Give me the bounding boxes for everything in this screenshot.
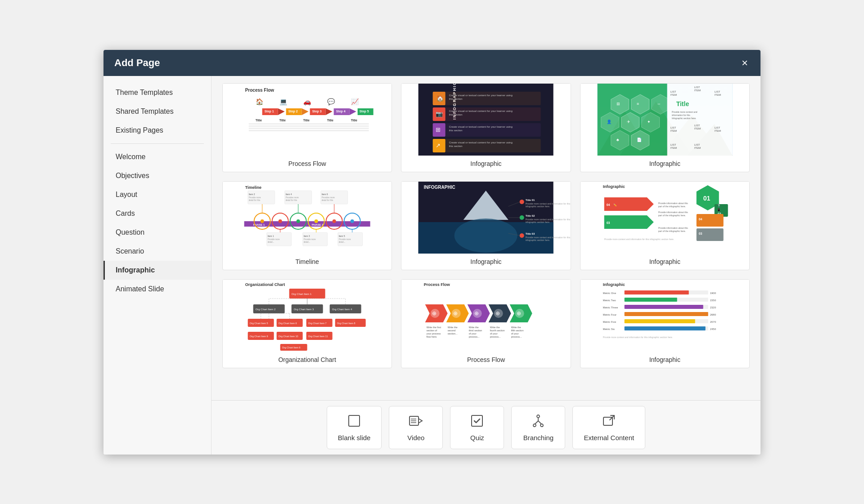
svg-text:of your: of your (511, 332, 519, 335)
template-card-infographic-green-1[interactable]: ⊞ ≡ ↔ 👤 ✈ ✦ ♣ 📄 LIST ITEM (580, 83, 750, 172)
sidebar-item-infographic[interactable]: Infographic (104, 261, 211, 280)
template-card-infographic-iceberg[interactable]: INFOGRAPHIC Title 01 Provide mor (401, 181, 571, 270)
sidebar-item-existing-pages[interactable]: Existing Pages (104, 121, 211, 140)
template-thumb-org-chart: Organizational Chart Org Chart Item 1 Or… (223, 280, 392, 352)
svg-text:Org Chart Item 6: Org Chart Item 6 (282, 346, 301, 349)
svg-rect-35 (297, 125, 321, 127)
blank-slide-button[interactable]: Blank slide (327, 406, 382, 449)
svg-text:detail...: detail... (304, 241, 310, 243)
svg-point-309 (540, 424, 543, 427)
svg-text:🏠: 🏠 (256, 98, 264, 106)
svg-text:Title 03: Title 03 (526, 232, 535, 235)
svg-text:♣: ♣ (616, 138, 619, 142)
template-thumb-infographic-arrows: Infographic 01 🔭 📱 02 (580, 182, 749, 254)
svg-text:Provide information about this: Provide information about this (658, 202, 688, 205)
svg-text:detail for this: detail for this (286, 199, 297, 201)
svg-text:information for this: information for this (671, 114, 690, 116)
modal-title: Add Page (114, 57, 160, 69)
svg-text:Create visual or textual conte: Create visual or textual content for you… (449, 141, 513, 144)
svg-text:infographic section here.: infographic section here. (526, 239, 550, 241)
sidebar-item-question[interactable]: Question (104, 223, 211, 242)
svg-text:part of the infographic here.: part of the infographic here. (658, 205, 685, 208)
svg-text:⊕: ⊕ (453, 310, 458, 317)
svg-text:Create visual or textual conte: Create visual or textual content for you… (449, 125, 513, 128)
svg-text:Item 5: Item 5 (339, 235, 345, 237)
svg-rect-32 (273, 128, 297, 129)
svg-text:🏠: 🏠 (436, 94, 444, 102)
svg-text:Provide more context and infor: Provide more context and information for… (604, 238, 674, 241)
svg-text:Org Chart Item 4: Org Chart Item 4 (332, 308, 352, 311)
template-label-infographic-dark-1: Infographic (401, 156, 570, 172)
svg-text:⊕: ⊕ (432, 310, 436, 317)
sidebar-item-shared-templates[interactable]: Shared Templates (104, 102, 211, 121)
templates-grid-area[interactable]: Process Flow 🏠 💻 🚗 💬 📈 (212, 76, 760, 400)
sidebar-item-theme-templates[interactable]: Theme Templates (104, 83, 211, 102)
external-content-button[interactable]: External Content (572, 406, 645, 449)
svg-text:👤: 👤 (606, 119, 612, 125)
sidebar-item-welcome[interactable]: Welcome (104, 147, 211, 166)
svg-text:Title: Title (351, 119, 357, 122)
template-card-infographic-arrows[interactable]: Infographic 01 🔭 📱 02 (580, 181, 750, 270)
template-card-process-flow-2[interactable]: Process Flow ⊕ ⊕ (401, 279, 571, 368)
sidebar-item-objectives[interactable]: Objectives (104, 166, 211, 185)
sidebar-item-animated-slide[interactable]: Animated Slide (104, 280, 211, 299)
svg-rect-297 (624, 326, 705, 330)
svg-text:Provides more: Provides more (286, 196, 299, 199)
svg-point-308 (533, 424, 536, 427)
template-card-infographic-bar[interactable]: Infographic Metric One 1900 Metric Two (580, 279, 750, 368)
svg-text:Infographic: Infographic (603, 282, 625, 287)
svg-text:ITEM: ITEM (694, 147, 700, 149)
template-thumb-infographic-bar: Infographic Metric One 1900 Metric Two (580, 280, 749, 352)
svg-text:Metric Six: Metric Six (603, 328, 614, 330)
svg-text:Org Chart Item 7: Org Chart Item 7 (308, 322, 327, 325)
template-label-timeline-1: Timeline (223, 254, 392, 270)
svg-text:Org Chart Item 6: Org Chart Item 6 (279, 322, 297, 325)
template-thumb-timeline-1: Timeline PHASE 1 PHASE 2 (223, 182, 392, 254)
svg-point-163 (520, 200, 524, 204)
quiz-button[interactable]: Quiz (450, 406, 504, 449)
sidebar-item-cards[interactable]: Cards (104, 204, 211, 223)
svg-text:📈: 📈 (351, 98, 359, 106)
template-card-process-flow-1[interactable]: Process Flow 🏠 💻 🚗 💬 📈 (222, 83, 392, 172)
svg-text:Org Chart Item 8: Org Chart Item 8 (337, 322, 356, 325)
template-label-org-chart: Organizational Chart (223, 352, 392, 368)
svg-text:Provide more: Provide more (268, 238, 280, 241)
svg-text:Write the: Write the (490, 326, 500, 329)
templates-grid: Process Flow 🏠 💻 🚗 💬 📈 (222, 83, 750, 368)
branching-button[interactable]: Branching (511, 406, 565, 449)
svg-text:Step 3: Step 3 (312, 110, 322, 113)
svg-text:Org Chart Item 2: Org Chart Item 2 (256, 308, 276, 311)
svg-text:LIST: LIST (670, 90, 676, 93)
svg-rect-285 (624, 305, 703, 309)
svg-text:ITEM: ITEM (670, 94, 676, 96)
template-card-org-chart[interactable]: Organizational Chart Org Chart Item 1 Or… (222, 279, 392, 368)
svg-text:Provide more: Provide more (339, 238, 351, 241)
branching-icon (531, 414, 545, 430)
svg-marker-305 (418, 419, 422, 423)
svg-text:Title: Title (327, 119, 333, 122)
svg-text:infographic section here.: infographic section here. (526, 205, 550, 208)
template-card-infographic-dark-1[interactable]: INFOGRAPHICS 🏠 Create visual or textual … (401, 83, 571, 172)
svg-text:2680: 2680 (710, 313, 716, 316)
svg-text:LIST: LIST (694, 86, 700, 89)
svg-text:🚗: 🚗 (303, 98, 311, 106)
template-card-timeline-1[interactable]: Timeline PHASE 1 PHASE 2 (222, 181, 392, 270)
close-button[interactable]: × (740, 58, 750, 68)
svg-text:Provide more context and infor: Provide more context and information for… (603, 336, 672, 339)
svg-text:detail for this: detail for this (322, 199, 333, 201)
svg-line-312 (538, 421, 541, 424)
template-thumb-infographic-iceberg: INFOGRAPHIC Title 01 Provide mor (401, 182, 570, 254)
svg-text:PHASE 2: PHASE 2 (312, 223, 324, 226)
sidebar-item-layout[interactable]: Layout (104, 185, 211, 204)
svg-rect-42 (344, 123, 369, 125)
svg-text:⊕: ⊕ (517, 310, 521, 317)
video-button[interactable]: Video (389, 406, 443, 449)
template-label-infographic-iceberg: Infographic (401, 254, 570, 270)
svg-text:Org Chart Item 9: Org Chart Item 9 (250, 335, 268, 338)
svg-text:Write the: Write the (448, 326, 458, 329)
svg-marker-186 (604, 197, 653, 211)
svg-text:↗: ↗ (436, 142, 441, 149)
sidebar-item-scenario[interactable]: Scenario (104, 242, 211, 261)
svg-text:section...: section... (448, 332, 458, 335)
svg-text:Title 02: Title 02 (526, 214, 535, 217)
